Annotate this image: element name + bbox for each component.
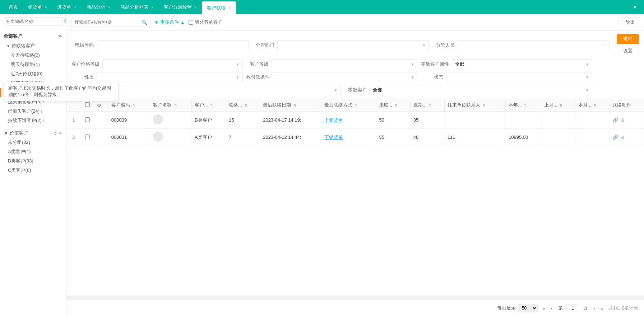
table-header-row: ⚙ 客户编码 ⇅ 客户名称 ⇅ 客户... ⇅ [66,99,644,112]
nav-customer-segmentation[interactable]: 客户分层经营 × [159,0,202,14]
sidebar-item-today[interactable]: 今天待联络(0) [3,51,66,60]
cust-type-input[interactable]: ▼ [118,85,341,95]
gender-input[interactable]: ▼ [97,72,243,82]
nav-product-analysis[interactable]: 商品分析 × [82,0,115,14]
close-product-analysis-list-icon[interactable]: × [151,5,153,9]
col-this-year[interactable]: 本年... ⇅ [506,99,541,112]
waiting-contact-label[interactable]: ▼ 待联络客户 [3,41,66,51]
col-name[interactable]: 客户名称 ⇅ [150,99,191,112]
filter-row-2: 客户价格等级 ▼ 客户等级 ▼ 零散客户属性 全部 [71,59,639,69]
col-cust-type[interactable]: 客户... ⇅ [192,99,226,112]
col-overdue[interactable]: 逾期... ⇅ [410,99,444,112]
col-last-month[interactable]: 上月... ⇅ [541,99,575,112]
filter-buttons: 查询 设置 [617,34,639,56]
page-label: 第 [556,304,565,312]
retail-cust-input[interactable]: 全部 ▼ [370,85,592,95]
filter-search-input[interactable] [75,20,139,25]
status-input[interactable]: ▼ [446,72,592,82]
more-conditions-button[interactable]: ▼ 更多条件 ▲ [154,19,185,25]
filter-search-icon[interactable]: 🔍 [142,20,147,25]
sidebar-item-7days[interactable]: 近7天待联络(0) [3,69,66,79]
nav-product-analysis-list[interactable]: 商品分析列表 × [115,0,158,14]
query-button[interactable]: 查询 [617,34,639,44]
advanced-filter-panel: 电话号码 分管部门 ▼ 分管人员 ··· [66,30,644,99]
sidebar-item-class-a[interactable]: A类客户(1) [0,147,66,156]
close-customer-contact-icon[interactable]: × [228,6,231,10]
reload-icon[interactable]: ↺ [53,131,57,136]
cell-check[interactable] [81,129,94,146]
sidebar-item-class-b[interactable]: B类客户(33) [0,156,66,166]
cell-overdue: 48 [410,129,444,146]
cell-check[interactable] [81,112,94,129]
filter-search-box[interactable]: 🔍 [71,18,150,27]
col-actions: 联络动作 [610,99,644,112]
sidebar-item-tomorrow[interactable]: 明天待联络(1) [3,60,66,69]
sidebar-item-continuous-down[interactable]: 持续下滑客户(2) ℹ [0,116,66,125]
filter-row-4: ... 客户类型 ▼ 零散客户 全部 ▼ [71,85,639,95]
next-page-button[interactable]: › [591,305,597,312]
payment-input[interactable]: ▼ [273,72,418,82]
nav-customer-contact[interactable]: 客户联络 × [202,1,236,14]
col-last-contact-date[interactable]: 最后联络日期 ⇅ [260,99,321,112]
cell-settings [94,129,108,146]
manager-input[interactable]: ··· [458,40,610,50]
sidebar-item-class-c[interactable]: C类客户(6) [0,166,66,175]
cell-last-contact-method[interactable]: 下销货单 [321,129,376,146]
sidebar-search-input[interactable] [4,17,62,26]
cust-level-input[interactable]: ▼ [272,59,418,69]
link-action-icon[interactable]: 🔗 [612,135,618,140]
col-unit-contact[interactable]: 往来单位联系人 ⇅ [444,99,505,112]
sidebar-item-unclassified[interactable]: 未分组(32) [0,138,66,147]
close-customer-segmentation-icon[interactable]: × [195,5,197,9]
status-dropdown-icon: ▼ [585,75,589,79]
edit-icon[interactable]: ✏ [59,131,62,136]
filter-icon: ▼ [154,20,159,25]
nav-sales-order[interactable]: 销货单 × [23,0,52,14]
col-contact[interactable]: 联络... ⇅ [226,99,260,112]
settings-icon[interactable]: ⚙ [97,103,101,108]
col-uncontacted[interactable]: 未联... ⇅ [376,99,410,112]
value-customers-header[interactable]: ▼ 价值客户 ↺ ✏ [0,128,66,138]
my-customers-checkbox[interactable] [189,20,193,25]
collapse-icon[interactable]: ≫ [58,34,62,39]
close-purchase-order-icon[interactable]: × [74,5,76,9]
dept-input[interactable]: ▼ [277,40,429,50]
table-row: 2 000031 A类客户 7 2023-04-12 14:44: 下销货单 5… [66,129,644,146]
method-link[interactable]: 下销货单 [324,135,343,140]
all-customers-header[interactable]: 全部客户 ≫ [0,31,66,41]
row-checkbox[interactable] [85,117,90,122]
col-this-month[interactable]: 本月... ⇅ [575,99,610,112]
price-level-input[interactable]: ▼ [102,59,243,69]
cell-cust-type: A类客户 [192,129,226,146]
grid-action-icon[interactable]: ⊞ [620,135,624,140]
retail-attr-input[interactable]: 全部 ▼ [452,59,592,69]
link-action-icon[interactable]: 🔗 [612,117,618,123]
col-last-contact-method[interactable]: 最后联络方式 ⇅ [321,99,376,112]
close-product-analysis-icon[interactable]: × [108,5,110,9]
cell-last-contact-method[interactable]: 下销货单 [321,112,376,129]
row-checkbox[interactable] [85,135,90,139]
phone-input[interactable] [97,40,249,50]
price-level-field: 客户价格等级 ▼ [71,59,243,69]
nav-purchase-order[interactable]: 进货单 × [52,0,81,14]
nav-home[interactable]: 首页 [4,0,23,14]
last-page-button[interactable]: » [599,305,606,312]
horizontal-scrollbar[interactable] [66,296,644,300]
sidebar-item-already-lost[interactable]: 已流失客户(24) ℹ [0,107,66,116]
export-button[interactable]: ↑ 导出 [618,17,639,27]
top-navigation: 首页 销货单 × 进货单 × 商品分析 × 商品分析列表 × 客户分层经营 × … [0,0,644,14]
settings-button[interactable]: 设置 [617,46,639,56]
method-link[interactable]: 下销货单 [324,117,343,123]
close-sales-order-icon[interactable]: × [45,5,47,9]
select-all-checkbox[interactable] [85,102,90,107]
sidebar-search-icon[interactable]: 🔍 [64,19,66,24]
per-page-select[interactable]: 50 100 200 [518,304,538,312]
close-window-button[interactable]: × [629,4,640,11]
first-page-button[interactable]: « [541,305,547,312]
prev-page-button[interactable]: ‹ [549,305,555,312]
table-area[interactable]: ⚙ 客户编码 ⇅ 客户名称 ⇅ 客户... ⇅ [66,99,644,296]
grid-action-icon[interactable]: ⊞ [620,117,624,123]
page-number-input[interactable] [566,304,579,312]
sort-icon-name: ⇅ [174,103,177,107]
export-icon: ↑ [622,20,625,25]
